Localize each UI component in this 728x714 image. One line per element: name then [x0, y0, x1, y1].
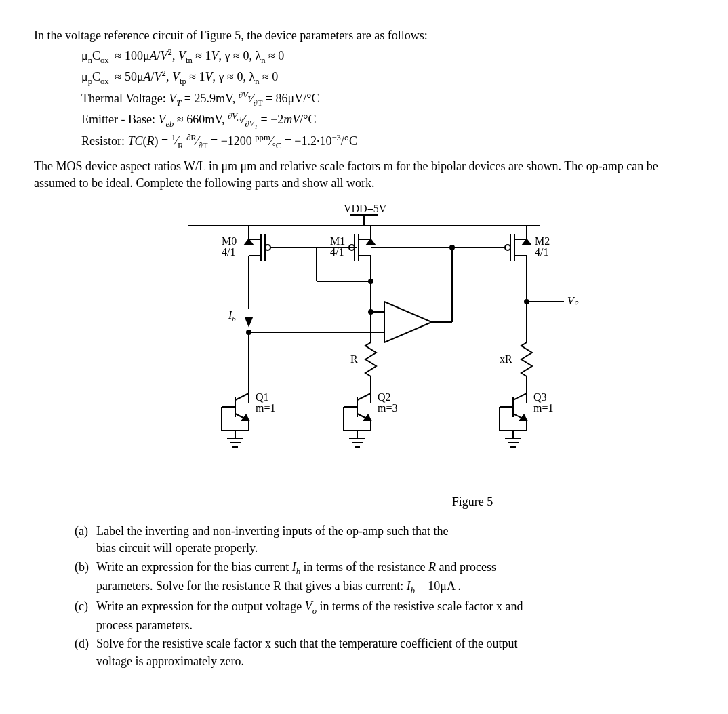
- question-d-text: Solve for the resistive scale factor x s…: [96, 635, 694, 669]
- question-c-text: Write an expression for the output volta…: [96, 598, 694, 634]
- svg-text:m=3: m=3: [378, 402, 397, 414]
- svg-point-7: [265, 245, 270, 250]
- transistor-q3: Q3 m=1: [500, 390, 553, 447]
- question-b: (b) Write an expression for the bias cur…: [75, 559, 694, 597]
- question-c-label: (c): [75, 598, 96, 634]
- question-a: (a) Label the inverting and non-invertin…: [75, 523, 694, 557]
- param-line-4: Emitter - Base: Veb ≈ 660mV, ∂Veb⁄∂VT = …: [81, 111, 694, 131]
- svg-text:m=1: m=1: [256, 402, 275, 414]
- svg-text:Ib: Ib: [228, 309, 236, 323]
- svg-text:4/1: 4/1: [222, 246, 235, 258]
- svg-marker-21: [367, 239, 375, 245]
- svg-point-31: [505, 245, 510, 250]
- resistor-r: R: [350, 336, 376, 390]
- svg-marker-11: [245, 239, 253, 245]
- question-d-label: (d): [75, 635, 96, 669]
- svg-text:Q2: Q2: [378, 391, 391, 403]
- question-b-label: (b): [75, 559, 96, 597]
- svg-text:M0: M0: [222, 235, 237, 247]
- vo-label: Vₒ: [567, 295, 579, 306]
- intro-text: In the voltage reference circuit of Figu…: [34, 27, 694, 44]
- svg-point-45: [450, 245, 454, 250]
- param-line-2: μpCox ≈ 50μA/V2, Vtp ≈ 1V, γ ≈ 0, λn ≈ 0: [81, 68, 694, 87]
- param-line-5: Resistor: TC(R) = 1⁄R ∂R⁄∂T = −1200 ppm⁄…: [81, 132, 694, 152]
- svg-text:4/1: 4/1: [330, 246, 344, 258]
- question-c: (c) Write an expression for the output v…: [75, 598, 694, 634]
- svg-text:Q1: Q1: [256, 391, 269, 403]
- svg-text:xR: xR: [500, 353, 512, 365]
- transistor-q2: Q2 m=3: [344, 390, 397, 447]
- vdd-label: VDD=5V: [344, 203, 387, 214]
- ib-current: Ib: [228, 309, 252, 325]
- svg-marker-40: [384, 302, 432, 342]
- question-d: (d) Solve for the resistive scale factor…: [75, 635, 694, 669]
- param-line-3: Thermal Voltage: VT = 25.9mV, ∂VT⁄∂T = 8…: [81, 90, 694, 109]
- svg-marker-35: [523, 239, 531, 245]
- question-list: (a) Label the inverting and non-invertin…: [75, 523, 694, 670]
- figure-caption: Figure 5: [251, 494, 694, 511]
- circuit-svg: VDD=5V M0 4/1 M1: [147, 200, 581, 485]
- transistor-q1: Q1 m=1: [222, 390, 275, 447]
- svg-text:R: R: [350, 353, 358, 365]
- transistor-m2: M2 4/1: [371, 226, 550, 302]
- question-a-text: Label the inverting and non-inverting in…: [96, 523, 694, 557]
- svg-text:4/1: 4/1: [535, 246, 548, 258]
- svg-text:m=1: m=1: [533, 402, 553, 414]
- svg-line-75: [357, 393, 371, 400]
- question-a-label: (a): [75, 523, 96, 557]
- svg-marker-50: [245, 317, 252, 325]
- op-amp: [247, 245, 454, 342]
- svg-text:M1: M1: [330, 235, 345, 247]
- svg-line-60: [235, 393, 249, 400]
- parameter-block: μnCox ≈ 100μA/V2, Vtn ≈ 1V, γ ≈ 0, λn ≈ …: [81, 47, 694, 152]
- transistor-m1: M1 4/1: [330, 226, 375, 281]
- question-b-text: Write an expression for the bias current…: [96, 559, 694, 597]
- param-line-1: μnCox ≈ 100μA/V2, Vtn ≈ 1V, γ ≈ 0, λn ≈ …: [81, 47, 694, 66]
- circuit-figure: VDD=5V M0 4/1 M1: [34, 200, 694, 490]
- instruction-text: The MOS device aspect ratios W/L in μm μ…: [34, 158, 694, 192]
- svg-line-90: [513, 393, 527, 400]
- resistor-xr: xR: [500, 302, 532, 390]
- svg-text:M2: M2: [535, 235, 550, 247]
- svg-text:Q3: Q3: [533, 391, 547, 403]
